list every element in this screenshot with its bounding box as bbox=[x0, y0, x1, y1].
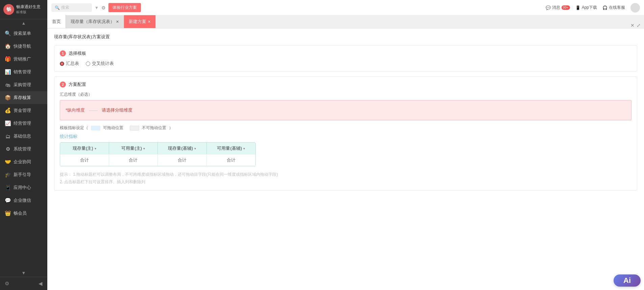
dim-arrow: —— bbox=[89, 108, 98, 113]
sidebar-item-quick-nav[interactable]: 🏠 快捷导航 bbox=[0, 40, 47, 53]
section1-num: 1 bbox=[60, 50, 66, 56]
topbar: 🔍 搜索 ▼ ⚙ 体验行业方案 💬 消息 99+ 📱 App下载 🎧 在线客服 bbox=[47, 0, 644, 16]
section1-title: 选择模板 bbox=[69, 50, 86, 56]
chevron-down-icon-3[interactable]: ▾ bbox=[243, 147, 245, 150]
app-icon: 📱 bbox=[5, 185, 11, 191]
cell-0-0: 合计 bbox=[60, 154, 109, 166]
sidebar-item-label: 资金管理 bbox=[14, 107, 31, 114]
topbar-app-download[interactable]: 📱 App下载 bbox=[575, 5, 597, 10]
sidebar-item-label: 搜索菜单 bbox=[14, 30, 31, 37]
tab-inventory-status[interactable]: 现存量（库存状况表） ✕ bbox=[66, 15, 124, 28]
sidebar-item-system[interactable]: ⚙ 系统管理 bbox=[0, 143, 47, 155]
section-choose-template: 1 选择模板 汇总表 交叉统计表 bbox=[54, 45, 637, 72]
radio-summary-input[interactable] bbox=[60, 62, 64, 66]
message-icon: 💬 bbox=[546, 5, 551, 10]
sidebar-item-purchase[interactable]: 🛍 采购管理 bbox=[0, 78, 47, 91]
sidebar-logo-sub: 标准版 bbox=[16, 10, 41, 15]
sidebar-item-inventory[interactable]: 📦 库存核算 bbox=[0, 91, 47, 104]
dim-box: *纵向维度 —— 请选择分组维度 bbox=[60, 100, 631, 120]
newbie-icon: 🎓 bbox=[5, 172, 11, 178]
header-label-0: 现存量(主) bbox=[73, 145, 93, 151]
tab-new-plan[interactable]: 新建方案 ✕ bbox=[124, 15, 156, 28]
topbar-search[interactable]: 🔍 搜索 bbox=[51, 3, 92, 12]
tab-new-plan-close[interactable]: ✕ bbox=[148, 20, 151, 24]
dim-required-label: 汇总维度（必选） bbox=[60, 92, 631, 97]
indicator-label: 模板指标设定（ 可拖动位置 不可拖动位置 ） bbox=[60, 125, 631, 131]
header-cell-2[interactable]: 现存量(基辅) ▾ bbox=[158, 143, 207, 154]
panel: 现存量(库存状况表)方案设置 1 选择模板 汇总表 交叉统计表 bbox=[47, 28, 644, 290]
sidebar-item-label: 经营管理 bbox=[14, 120, 31, 126]
section-plan-config: 2 方案配置 汇总维度（必选） *纵向维度 —— 请选择分组维度 模板指标设定（… bbox=[54, 76, 637, 191]
message-badge: 99+ bbox=[562, 5, 570, 10]
stats-title: 统计指标 bbox=[60, 134, 631, 140]
section2-num: 2 bbox=[60, 81, 66, 88]
header-label-3: 可用量(基辅) bbox=[217, 145, 242, 151]
sidebar-item-marketing[interactable]: 🎁 营销推广 bbox=[0, 53, 47, 66]
sidebar-item-label: 企业微信 bbox=[14, 197, 31, 203]
mobile-icon: 📱 bbox=[575, 5, 580, 10]
sidebar-item-wechat[interactable]: 💬 企业微信 bbox=[0, 194, 47, 207]
page-title: 现存量(库存状况表)方案设置 bbox=[54, 34, 637, 40]
header-cell-1[interactable]: 可用量(主) ▾ bbox=[109, 143, 158, 154]
settings-icon[interactable]: ⚙ bbox=[5, 281, 9, 287]
close-panel-icon[interactable]: ✕ bbox=[630, 23, 635, 28]
sidebar-scroll-down[interactable]: ▼ bbox=[0, 269, 47, 277]
main-area: 🔍 搜索 ▼ ⚙ 体验行业方案 💬 消息 99+ 📱 App下载 🎧 在线客服 bbox=[47, 0, 644, 290]
avatar[interactable] bbox=[630, 3, 640, 13]
tab-home[interactable]: 首页 bbox=[47, 15, 66, 28]
gear-icon[interactable]: ⚙ bbox=[101, 5, 106, 10]
headset-icon: 🎧 bbox=[602, 5, 608, 10]
sidebar-item-newbie[interactable]: 🎓 新手引导 bbox=[0, 168, 47, 181]
metrics-table: 现存量(主) ▾ 可用量(主) ▾ 现存量(基辅) ▾ bbox=[60, 142, 256, 166]
tab-home-label: 首页 bbox=[52, 19, 61, 25]
home-icon: 🏠 bbox=[5, 43, 11, 49]
expand-icon[interactable]: ⤢ bbox=[637, 23, 641, 28]
sidebar-item-label: 快捷导航 bbox=[14, 43, 31, 49]
sidebar-item-label: 基础信息 bbox=[14, 133, 31, 139]
sidebar-item-label: 采购管理 bbox=[14, 82, 31, 88]
tips-section: 提示： 1.拖动标题栏可以调整布局，不可跨维度或指标区域拖动，还可拖动目字段(只… bbox=[60, 171, 631, 186]
ai-badge[interactable]: Ai bbox=[614, 274, 641, 287]
sidebar-item-label: 企业协同 bbox=[14, 159, 31, 165]
sidebar-item-search-menu[interactable]: 🔍 搜索菜单 bbox=[0, 27, 47, 40]
tab-inventory-label: 现存量（库存状况表） bbox=[71, 19, 115, 25]
cell-0-3: 合计 bbox=[207, 154, 256, 166]
content-area: 现存量(库存状况表)方案设置 1 选择模板 汇总表 交叉统计表 bbox=[47, 28, 644, 290]
sidebar-item-app-center[interactable]: 📱 应用中心 bbox=[0, 181, 47, 194]
topbar-messages[interactable]: 💬 消息 99+ bbox=[546, 5, 570, 10]
chevron-down-icon-0[interactable]: ▾ bbox=[95, 147, 96, 150]
header-cell-3[interactable]: 可用量(基辅) ▾ bbox=[207, 143, 256, 154]
sidebar-item-label: 系统管理 bbox=[14, 146, 31, 152]
info-icon: 🗂 bbox=[5, 133, 11, 139]
topbar-online-service[interactable]: 🎧 在线客服 bbox=[602, 5, 625, 10]
collapse-icon[interactable]: ◀ bbox=[39, 281, 43, 287]
sidebar-item-label: 畅会员 bbox=[14, 210, 27, 216]
sidebar-item-operations[interactable]: 📈 经营管理 bbox=[0, 117, 47, 130]
sidebar-item-finance[interactable]: 💰 资金管理 bbox=[0, 104, 47, 117]
sidebar-scroll-up[interactable]: ▲ bbox=[0, 19, 47, 27]
header-label-1: 可用量(主) bbox=[121, 145, 142, 151]
chart-icon: 📊 bbox=[5, 69, 11, 75]
sidebar-item-basic-info[interactable]: 🗂 基础信息 bbox=[0, 130, 47, 143]
topbar-dropdown[interactable]: ▼ bbox=[95, 5, 99, 10]
sidebar-item-sales[interactable]: 📊 销售管理 bbox=[0, 66, 47, 78]
drag-badge bbox=[91, 126, 100, 130]
tab-inventory-close[interactable]: ✕ bbox=[116, 20, 119, 24]
header-cell-0[interactable]: 现存量(主) ▾ bbox=[60, 143, 109, 154]
industry-btn[interactable]: 体验行业方案 bbox=[108, 3, 141, 12]
metrics-table-header: 现存量(主) ▾ 可用量(主) ▾ 现存量(基辅) ▾ bbox=[60, 143, 255, 154]
box-icon: 📦 bbox=[5, 95, 11, 101]
template-radio-group: 汇总表 交叉统计表 bbox=[60, 61, 631, 67]
radio-cross[interactable]: 交叉统计表 bbox=[86, 61, 114, 67]
chevron-down-icon-1[interactable]: ▾ bbox=[143, 147, 145, 150]
sidebar-item-member[interactable]: 👑 畅会员 bbox=[0, 207, 47, 220]
sidebar-item-enterprise[interactable]: 🤝 企业协同 bbox=[0, 155, 47, 168]
radio-cross-input[interactable] bbox=[86, 62, 90, 66]
system-icon: ⚙ bbox=[5, 146, 11, 152]
radio-summary[interactable]: 汇总表 bbox=[60, 61, 79, 67]
search-icon: 🔍 bbox=[5, 30, 11, 37]
enterprise-icon: 🤝 bbox=[5, 159, 11, 165]
chevron-down-icon-2[interactable]: ▾ bbox=[194, 147, 196, 150]
operations-icon: 📈 bbox=[5, 120, 11, 126]
tabs-bar: 首页 现存量（库存状况表） ✕ 新建方案 ✕ ✕ ⤢ bbox=[47, 16, 644, 28]
